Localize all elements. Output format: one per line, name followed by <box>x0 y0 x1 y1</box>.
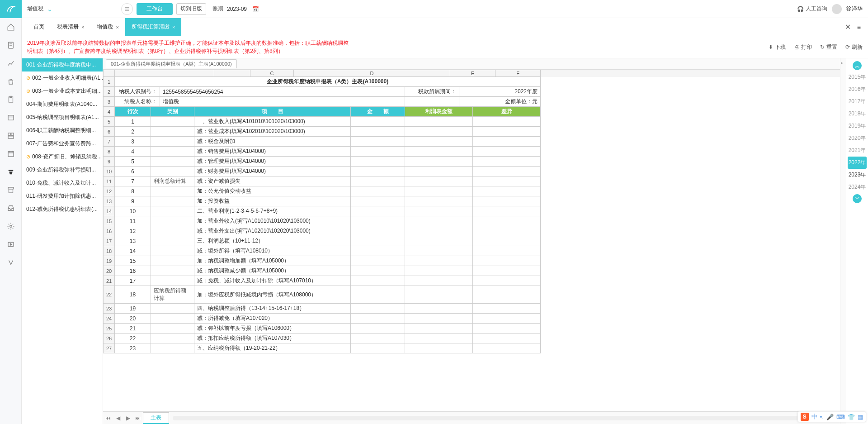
tree-item[interactable]: 010-免税、减计收入及加计... <box>22 176 103 190</box>
diff-cell[interactable] <box>473 314 541 324</box>
nav-inbox-icon[interactable] <box>0 199 22 217</box>
app-logo[interactable] <box>0 0 22 18</box>
ime-keyboard-icon[interactable]: ⌨ <box>836 414 845 420</box>
pl-amount-cell[interactable] <box>405 196 473 206</box>
nav-bag-icon[interactable] <box>0 72 22 91</box>
year-option[interactable]: 2019年 <box>848 120 867 132</box>
pl-amount-cell[interactable] <box>405 343 473 353</box>
diff-cell[interactable] <box>473 226 541 236</box>
nav-calendar-icon[interactable] <box>0 145 22 163</box>
tree-item[interactable]: 012-减免所得税优惠明细表(... <box>22 203 103 216</box>
item-cell[interactable]: 加：投资收益 <box>194 196 351 206</box>
item-cell[interactable]: 减：财务费用(填写A104000) <box>194 167 351 176</box>
pl-amount-cell[interactable] <box>405 147 473 157</box>
amount-cell[interactable] <box>351 186 405 196</box>
nav-form-icon[interactable] <box>0 109 22 127</box>
year-option[interactable]: 2017年 <box>848 95 867 108</box>
year-option[interactable]: 2018年 <box>848 108 867 120</box>
diff-cell[interactable] <box>473 147 541 157</box>
item-cell[interactable]: 减：境外所得（填写A108010） <box>194 246 351 256</box>
diff-cell[interactable] <box>473 266 541 276</box>
item-cell[interactable]: 二、营业利润(1-2-3-4-5-6-7+8+9) <box>194 206 351 216</box>
calendar-icon[interactable]: 📅 <box>252 6 259 12</box>
item-cell[interactable]: 减：销售费用(填写A104000) <box>194 147 351 157</box>
tree-item[interactable]: 009-企业所得税弥补亏损明... <box>22 163 103 176</box>
item-cell[interactable]: 四、纳税调整后所得（13-14+15-16-17+18） <box>194 304 351 314</box>
pl-amount-cell[interactable] <box>405 324 473 333</box>
pl-amount-cell[interactable] <box>405 176 473 186</box>
amount-cell[interactable] <box>351 176 405 186</box>
consult-link[interactable]: 🎧 人工咨询 <box>797 5 827 13</box>
diff-cell[interactable] <box>473 157 541 167</box>
refresh-action[interactable]: ⟳刷新 <box>845 43 863 51</box>
nav-video-icon[interactable] <box>0 235 22 253</box>
pl-amount-cell[interactable] <box>405 333 473 343</box>
amount-cell[interactable] <box>351 246 405 256</box>
sheet-tab-main[interactable]: 主表 <box>143 412 169 424</box>
amount-cell[interactable] <box>351 117 405 127</box>
amount-cell[interactable] <box>351 324 405 333</box>
ime-toolbox-icon[interactable]: ▦ <box>858 414 863 420</box>
taxpayer-name-value[interactable]: 增值税 <box>160 97 405 107</box>
year-option[interactable]: 2021年 <box>848 144 867 157</box>
pl-amount-cell[interactable] <box>405 286 473 304</box>
amount-cell[interactable] <box>351 343 405 353</box>
diff-cell[interactable] <box>473 167 541 176</box>
pl-amount-cell[interactable] <box>405 127 473 137</box>
tree-item[interactable]: 005-纳税调整项目明细表(A1... <box>22 111 103 124</box>
switch-old-button[interactable]: 切到旧版 <box>176 3 206 15</box>
hscroll-track[interactable] <box>173 416 836 420</box>
item-cell[interactable]: 减：纳税调整减少额（填写A105000） <box>194 266 351 276</box>
year-down-icon[interactable]: ︾ <box>853 194 862 203</box>
year-option[interactable]: 2023年 <box>848 169 867 181</box>
diff-cell[interactable] <box>473 343 541 353</box>
amount-cell[interactable] <box>351 196 405 206</box>
pl-amount-cell[interactable] <box>405 117 473 127</box>
close-icon[interactable]: × <box>116 24 118 30</box>
ime-lang-icon[interactable]: 中 <box>811 413 817 421</box>
pl-amount-cell[interactable] <box>405 186 473 196</box>
ime-skin-icon[interactable]: 👕 <box>848 414 855 420</box>
amount-cell[interactable] <box>351 216 405 226</box>
pl-amount-cell[interactable] <box>405 216 473 226</box>
item-cell[interactable]: 加：纳税调整增加额（填写A105000） <box>194 256 351 266</box>
print-action[interactable]: 🖨打印 <box>794 43 812 51</box>
pl-amount-cell[interactable] <box>405 206 473 216</box>
close-icon[interactable]: × <box>172 24 175 30</box>
nav-archive-icon[interactable] <box>0 181 22 199</box>
sheet-path-tab[interactable]: 001-企业所得税年度纳税申报表（A类）主表(A100000) <box>106 59 237 68</box>
amount-cell[interactable] <box>351 147 405 157</box>
ime-logo-icon[interactable]: S <box>801 413 809 421</box>
tax-period-value[interactable]: 2022年度 <box>459 87 541 97</box>
pl-amount-cell[interactable] <box>405 314 473 324</box>
pl-amount-cell[interactable] <box>405 246 473 256</box>
year-option[interactable]: 2016年 <box>848 83 867 95</box>
page-tab[interactable]: 首页 <box>27 18 51 36</box>
year-option[interactable]: 2015年 <box>848 71 867 83</box>
tree-item[interactable]: 007-广告费和业务宣传费跨... <box>22 137 103 150</box>
item-cell[interactable]: 加：营业外收入(填写A101010\101020\103000) <box>194 216 351 226</box>
pl-amount-cell[interactable] <box>405 157 473 167</box>
item-cell[interactable]: 减：资产减值损失 <box>194 176 351 186</box>
list-toggle-button[interactable] <box>121 3 133 15</box>
item-cell[interactable]: 减：管理费用(填写A104000) <box>194 157 351 167</box>
diff-cell[interactable] <box>473 206 541 216</box>
sheet-nav-prev-icon[interactable]: ◀ <box>113 415 123 421</box>
close-icon[interactable]: × <box>81 24 84 30</box>
amount-cell[interactable] <box>351 127 405 137</box>
sheet-nav-next-icon[interactable]: ▶ <box>123 415 133 421</box>
amount-cell[interactable] <box>351 304 405 314</box>
expand-right-icon[interactable]: ▸ <box>841 60 843 65</box>
item-cell[interactable]: 减：免税、减计收入及加计扣除（填写A107010） <box>194 276 351 286</box>
nav-clipboard-icon[interactable] <box>0 91 22 109</box>
amount-cell[interactable] <box>351 157 405 167</box>
amount-cell[interactable] <box>351 286 405 304</box>
tree-item[interactable]: 001-企业所得税年度纳税申... <box>22 58 103 71</box>
diff-cell[interactable] <box>473 137 541 147</box>
item-cell[interactable]: 减：营业外支出(填写A102010\102020\103000) <box>194 226 351 236</box>
avatar[interactable] <box>832 4 842 14</box>
amount-cell[interactable] <box>351 276 405 286</box>
diff-cell[interactable] <box>473 246 541 256</box>
item-cell[interactable]: 减：税金及附加 <box>194 137 351 147</box>
page-tab[interactable]: 增值税× <box>90 18 125 36</box>
